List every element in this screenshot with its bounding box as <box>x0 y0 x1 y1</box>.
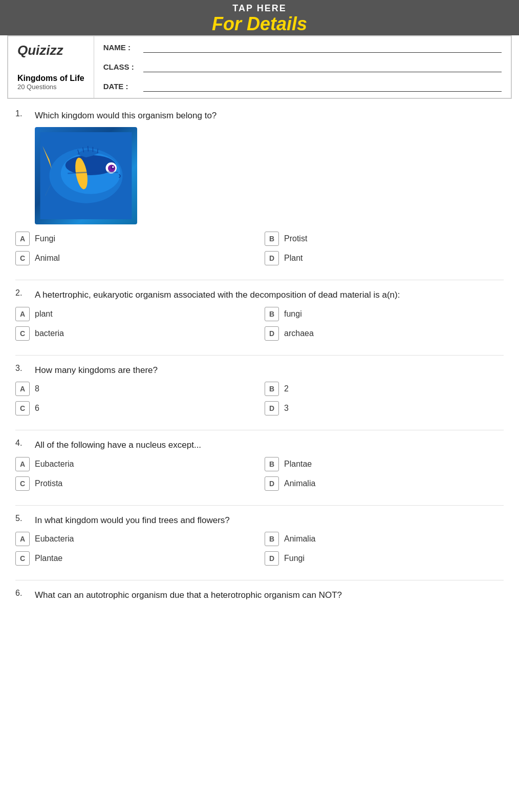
option-5b-text: Animalia <box>284 534 315 544</box>
option-4a-letter: A <box>15 457 30 471</box>
option-2c-text: bacteria <box>35 329 64 338</box>
option-3b-text: 2 <box>284 384 289 393</box>
tap-here-text: TAP HERE <box>0 3 519 14</box>
question-6-number: 6. <box>15 589 30 598</box>
option-2a-letter: A <box>15 307 30 321</box>
question-4-options: A Eubacteria B Plantae C Protista D Anim… <box>15 457 504 491</box>
option-3c[interactable]: C 6 <box>15 401 254 415</box>
question-3-number: 3. <box>15 364 30 373</box>
option-1d-letter: D <box>265 251 279 265</box>
header-left: Quizizz Kingdoms of Life 20 Questions <box>8 36 94 98</box>
svg-line-15 <box>97 149 98 153</box>
option-4a[interactable]: A Eubacteria <box>15 457 254 471</box>
option-5b-letter: B <box>265 532 279 546</box>
question-5: 5. In what kingdom would you find trees … <box>15 514 504 566</box>
option-2d-letter: D <box>265 326 279 341</box>
option-2d-text: archaea <box>284 329 314 338</box>
option-3a[interactable]: A 8 <box>15 382 254 396</box>
divider-4 <box>15 505 504 506</box>
option-2c-letter: C <box>15 326 30 341</box>
option-5d-letter: D <box>265 551 279 566</box>
question-1-header: 1. Which kingdom would this organism bel… <box>15 109 504 122</box>
option-1c-text: Animal <box>35 254 60 263</box>
question-2: 2. A hetertrophic, eukaryotic organism a… <box>15 288 504 341</box>
option-5a-letter: A <box>15 532 30 546</box>
quiz-questions: 20 Questions <box>17 83 84 91</box>
option-5c[interactable]: C Plantae <box>15 551 254 566</box>
for-details-text: For Details <box>0 14 519 34</box>
question-5-header: 5. In what kingdom would you find trees … <box>15 514 504 527</box>
option-5c-letter: C <box>15 551 30 566</box>
option-5b[interactable]: B Animalia <box>265 532 504 546</box>
question-3: 3. How many kingdoms are there? A 8 B 2 … <box>15 364 504 416</box>
question-2-header: 2. A hetertrophic, eukaryotic organism a… <box>15 288 504 302</box>
question-4-number: 4. <box>15 439 30 448</box>
quizizz-logo: Quizizz <box>17 43 84 58</box>
question-2-options: A plant B fungi C bacteria D archaea <box>15 307 504 341</box>
option-2b-text: fungi <box>284 309 302 319</box>
question-6: 6. What can an autotrophic organism due … <box>15 589 504 602</box>
option-4d-text: Animalia <box>284 479 315 488</box>
option-5d-text: Fungi <box>284 554 305 563</box>
header-right: NAME : CLASS : DATE : <box>94 36 511 98</box>
main-content: 1. Which kingdom would this organism bel… <box>0 99 519 627</box>
option-3c-text: 6 <box>35 404 39 413</box>
option-2a[interactable]: A plant <box>15 307 254 321</box>
option-3d-text: 3 <box>284 404 289 413</box>
option-1b[interactable]: B Protist <box>265 232 504 246</box>
option-4c[interactable]: C Protista <box>15 476 254 491</box>
option-4b[interactable]: B Plantae <box>265 457 504 471</box>
fish-image <box>35 127 137 224</box>
option-4b-letter: B <box>265 457 279 471</box>
option-2c[interactable]: C bacteria <box>15 326 254 341</box>
option-4d-letter: D <box>265 476 279 491</box>
name-label: NAME : <box>103 43 139 52</box>
option-4b-text: Plantae <box>284 460 312 469</box>
option-3b-letter: B <box>265 382 279 396</box>
option-1b-letter: B <box>265 232 279 246</box>
question-4-header: 4. All of the following have a nucleus e… <box>15 439 504 452</box>
option-3a-text: 8 <box>35 384 39 393</box>
question-5-text: In what kingdom would you find trees and… <box>35 514 230 527</box>
question-2-number: 2. <box>15 288 30 298</box>
divider-1 <box>15 280 504 280</box>
question-1-number: 1. <box>15 109 30 118</box>
option-4a-text: Eubacteria <box>35 460 74 469</box>
option-1c[interactable]: C Animal <box>15 251 254 265</box>
divider-5 <box>15 580 504 580</box>
name-field-row: NAME : <box>103 43 502 53</box>
option-1a-text: Fungi <box>35 234 55 243</box>
option-5a[interactable]: A Eubacteria <box>15 532 254 546</box>
header: Quizizz Kingdoms of Life 20 Questions NA… <box>7 35 512 99</box>
option-3d-letter: D <box>265 401 279 415</box>
quiz-title: Kingdoms of Life <box>17 74 84 83</box>
question-3-header: 3. How many kingdoms are there? <box>15 364 504 377</box>
option-2a-text: plant <box>35 309 53 319</box>
option-1a[interactable]: A Fungi <box>15 232 254 246</box>
option-4d[interactable]: D Animalia <box>265 476 504 491</box>
option-3b[interactable]: B 2 <box>265 382 504 396</box>
question-1-options: A Fungi B Protist C Animal D Plant <box>15 232 504 265</box>
question-6-header: 6. What can an autotrophic organism due … <box>15 589 504 602</box>
class-line <box>143 62 502 72</box>
option-1d[interactable]: D Plant <box>265 251 504 265</box>
option-1b-text: Protist <box>284 234 307 243</box>
date-line <box>143 81 502 92</box>
option-5a-text: Eubacteria <box>35 534 74 544</box>
option-1d-text: Plant <box>284 254 302 263</box>
option-2b-letter: B <box>265 307 279 321</box>
top-banner[interactable]: TAP HERE For Details <box>0 0 519 35</box>
svg-line-13 <box>88 146 89 152</box>
option-3d[interactable]: D 3 <box>265 401 504 415</box>
option-4c-letter: C <box>15 476 30 491</box>
divider-3 <box>15 430 504 430</box>
question-4: 4. All of the following have a nucleus e… <box>15 439 504 491</box>
option-5c-text: Plantae <box>35 554 62 563</box>
class-field-row: CLASS : <box>103 62 502 72</box>
question-1: 1. Which kingdom would this organism bel… <box>15 109 504 266</box>
option-3c-letter: C <box>15 401 30 415</box>
option-5d[interactable]: D Fungi <box>265 551 504 566</box>
option-2d[interactable]: D archaea <box>265 326 504 341</box>
option-2b[interactable]: B fungi <box>265 307 504 321</box>
option-4c-text: Protista <box>35 479 62 488</box>
